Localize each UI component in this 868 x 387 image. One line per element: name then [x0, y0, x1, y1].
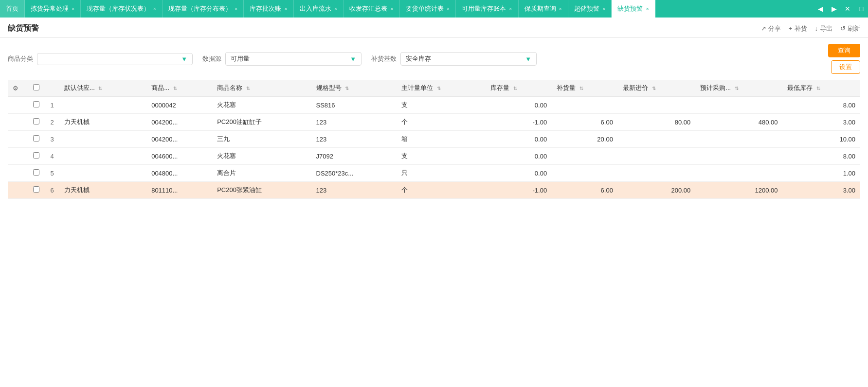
th-latest-price[interactable]: 最新进价 ⇅ [618, 80, 695, 97]
row-number: 6 [45, 182, 59, 199]
replenish-button[interactable]: + 补货 [789, 24, 807, 33]
row-spec: 123 [311, 182, 397, 199]
category-select[interactable]: ▼ [37, 53, 193, 65]
tab-close-expiry-query[interactable]: × [559, 6, 562, 12]
row-product-code: 0000042 [146, 97, 212, 114]
row-supplier [59, 148, 146, 165]
refresh-button[interactable]: ↺ 刷新 [840, 24, 860, 33]
tab-receipt-summary[interactable]: 收发存汇总表× [344, 0, 399, 18]
table-row[interactable]: 3 004200... 三九 123 箱 0.00 20.00 10.00 [8, 131, 860, 148]
tab-overstock[interactable]: 超储预警× [568, 0, 612, 18]
th-min-stock[interactable]: 最低库存 ⇅ [782, 80, 860, 97]
tab-order-stats[interactable]: 要货单统计表× [400, 0, 456, 18]
row-supplier: 力天机械 [59, 182, 146, 199]
tab-inventory-dist[interactable]: 现存量（库存分布表）× [163, 0, 244, 18]
tab-close-abnormal[interactable]: × [72, 6, 74, 12]
query-button[interactable]: 查询 [828, 44, 860, 57]
category-filter: 商品分类 ▼ [8, 53, 193, 65]
row-min-stock: 3.00 [782, 182, 860, 199]
row-checkbox-1[interactable] [33, 118, 39, 124]
row-product-name: PC200油缸缸子 [212, 114, 311, 131]
tab-prev-btn[interactable]: ◀ [814, 0, 827, 18]
sort-spec-icon: ⇅ [345, 86, 349, 91]
refresh-icon: ↺ [840, 25, 846, 32]
filter-bar: 商品分类 ▼ 数据源 可用量 ▼ 补货基数 安全库存 ▼ 查询 设置 [0, 38, 868, 80]
tab-close-shortage[interactable]: × [646, 6, 649, 12]
replenish-base-select[interactable]: 安全库存 ▼ [400, 52, 537, 66]
replenish-icon: + [789, 25, 793, 32]
row-settings-cell [8, 182, 27, 199]
share-button[interactable]: ↗ 分享 [761, 24, 781, 33]
th-checkbox [27, 80, 45, 97]
row-latest-price [618, 165, 695, 182]
datasource-arrow-icon: ▼ [350, 55, 356, 63]
row-spec: DS250*23c... [311, 165, 397, 182]
row-checkbox-0[interactable] [33, 101, 39, 107]
table-row[interactable]: 1 0000042 火花塞 SS816 支 0.00 8.00 [8, 97, 860, 114]
tab-close-inout-flow[interactable]: × [334, 6, 337, 12]
datasource-label: 数据源 [202, 54, 221, 63]
settings-gear-icon[interactable]: ⚙ [13, 85, 18, 92]
row-checkbox-3[interactable] [33, 152, 39, 158]
tab-shortage[interactable]: 缺货预警× [612, 0, 655, 18]
row-settings-cell [8, 114, 27, 131]
tab-abnormal[interactable]: 拣货异常处理× [25, 0, 81, 18]
tab-close-available-ledger[interactable]: × [509, 6, 512, 12]
tab-inout-flow[interactable]: 出入库流水× [294, 0, 344, 18]
row-supplier: 力天机械 [59, 114, 146, 131]
row-est-purchase [695, 148, 782, 165]
row-latest-price: 80.00 [618, 114, 695, 131]
row-product-name: PC200张紧油缸 [212, 182, 311, 199]
row-checkbox-cell [27, 114, 45, 131]
table-row[interactable]: 5 004800... 离合片 DS250*23c... 只 0.00 1.00 [8, 165, 860, 182]
tab-bar: 首页拣货异常处理×现存量（库存状况表）×现存量（库存分布表）×库存批次账×出入库… [0, 0, 868, 18]
th-product-code[interactable]: 商品... ⇅ [146, 80, 212, 97]
th-stock-qty[interactable]: 库存量 ⇅ [486, 80, 552, 97]
tab-expiry-query[interactable]: 保质期查询× [519, 0, 568, 18]
export-label: 导出 [820, 24, 832, 33]
row-latest-price: 200.00 [618, 182, 695, 199]
th-unit[interactable]: 主计量单位 ⇅ [397, 80, 486, 97]
table-row[interactable]: 4 004600... 火花塞 J7092 支 0.00 8.00 [8, 148, 860, 165]
row-supplier [59, 97, 146, 114]
row-checkbox-4[interactable] [33, 169, 39, 176]
th-default-supplier[interactable]: 默认供应... ⇅ [59, 80, 146, 97]
tab-next-btn[interactable]: ▶ [827, 0, 841, 18]
tab-close-batch-account[interactable]: × [284, 6, 287, 12]
th-spec[interactable]: 规格型号 ⇅ [311, 80, 397, 97]
tab-close-overstock[interactable]: × [602, 6, 605, 12]
header-actions: ↗ 分享 + 补货 ↓ 导出 ↺ 刷新 [761, 24, 860, 33]
tab-close-order-stats[interactable]: × [447, 6, 450, 12]
tab-close-inventory-status[interactable]: × [153, 6, 156, 12]
row-replenish-qty: 6.00 [552, 182, 618, 199]
row-unit: 只 [397, 165, 486, 182]
category-arrow-icon: ▼ [181, 55, 187, 63]
replenish-base-arrow-icon: ▼ [525, 55, 531, 63]
tab-batch-account[interactable]: 库存批次账× [244, 0, 293, 18]
tab-close-inventory-dist[interactable]: × [235, 6, 237, 12]
tab-available-ledger[interactable]: 可用量库存账本× [456, 0, 518, 18]
row-checkbox-2[interactable] [33, 135, 39, 141]
export-button[interactable]: ↓ 导出 [815, 24, 833, 33]
tab-inventory-status[interactable]: 现存量（库存状况表）× [81, 0, 162, 18]
sort-supplier-icon: ⇅ [98, 86, 102, 91]
sort-replenish-icon: ⇅ [579, 86, 583, 91]
th-est-purchase[interactable]: 预计采购... ⇅ [695, 80, 782, 97]
tab-close-all-btn[interactable]: ✕ [841, 0, 854, 18]
page-title: 缺货预警 [8, 23, 39, 34]
datasource-select[interactable]: 可用量 ▼ [225, 52, 362, 66]
settings-button[interactable]: 设置 [831, 60, 860, 74]
row-spec: SS816 [311, 97, 397, 114]
tab-close-receipt-summary[interactable]: × [390, 6, 393, 12]
table-row[interactable]: 6 力天机械 801110... PC200张紧油缸 123 个 -1.00 6… [8, 182, 860, 199]
tab-home[interactable]: 首页 [0, 0, 25, 18]
th-replenish-qty[interactable]: 补货量 ⇅ [552, 80, 618, 97]
sort-code-icon: ⇅ [173, 86, 177, 91]
th-product-name[interactable]: 商品名称 ⇅ [212, 80, 311, 97]
tab-max-btn[interactable]: □ [854, 0, 868, 18]
row-settings-cell [8, 148, 27, 165]
row-checkbox-5[interactable] [33, 186, 39, 193]
row-replenish-qty [552, 165, 618, 182]
table-row[interactable]: 2 力天机械 004200... PC200油缸缸子 123 个 -1.00 6… [8, 114, 860, 131]
select-all-checkbox[interactable] [33, 84, 39, 90]
